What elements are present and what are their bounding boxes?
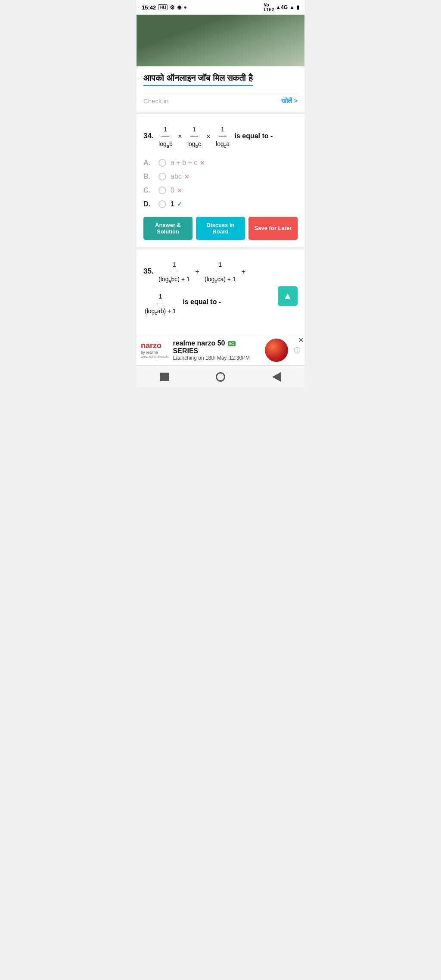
q35-fraction-2: 1 (logbca) + 1: [205, 257, 236, 286]
option-c-text: 0: [171, 187, 174, 194]
status-icon-globe: ⊕: [177, 4, 182, 11]
fraction-3: 1 logca: [216, 122, 230, 151]
ad-bottom-subtitle: Launching on 18th May, 12:30PM: [173, 355, 261, 361]
option-d-label: D.: [143, 200, 154, 208]
option-b-text: abc: [171, 173, 182, 180]
option-b-label: B.: [143, 173, 154, 180]
option-c-radio[interactable]: [158, 187, 166, 194]
ad-url: Check.in: [143, 97, 168, 105]
ad-info-icon[interactable]: i: [294, 347, 300, 353]
ad-bottom-logo-container: narzo by realme amazonspecials: [141, 341, 169, 359]
question-35-text: 35. 1 (logabc) + 1 + 1 (logbca) + 1 + 1 …: [143, 257, 298, 318]
fraction-2: 1 logbc: [187, 122, 201, 151]
option-d-correct-icon: ✓: [177, 201, 182, 208]
times-1: ×: [178, 133, 182, 140]
ad-amazon-label: amazonspecials: [141, 355, 169, 359]
option-c-row[interactable]: C. 0 ✕: [143, 187, 298, 194]
fraction-1: 1 logab: [158, 122, 173, 151]
option-d-row[interactable]: D. 1 ✓: [143, 200, 298, 208]
status-volte: VoLTE2: [264, 3, 274, 12]
status-signal1: ▲4G: [276, 4, 288, 10]
ad-bottom-title: realme narzo 50 5G SERIES: [173, 339, 261, 355]
ad-bottom-image: [265, 339, 288, 362]
option-a-radio[interactable]: [158, 159, 166, 167]
ad-bottom-brand: narzo: [141, 341, 161, 350]
hero-image: [137, 15, 304, 66]
question-34-number: 34.: [143, 132, 154, 140]
option-c-wrong-icon: ✕: [177, 187, 182, 194]
q34-math: 1 logab × 1 logbc × 1 logca: [157, 132, 233, 140]
status-right: VoLTE2 ▲4G ▲ ▮: [264, 3, 300, 12]
question-35-card: ▲ 35. 1 (logabc) + 1 + 1 (logbca) + 1 + …: [137, 249, 304, 335]
ad-footer: Check.in खोलें >: [143, 93, 298, 110]
nav-circle-icon: [216, 372, 225, 382]
scroll-top-button[interactable]: ▲: [278, 286, 298, 306]
chevron-up-icon: ▲: [283, 290, 292, 302]
status-left: 15:42 HU ⚙ ⊕ •: [142, 3, 186, 12]
question-34-options: A. a + b + c ✕ B. abc ✕ C. 0 ✕ D. 1 ✓: [143, 159, 298, 208]
nav-back-button[interactable]: [270, 370, 283, 384]
status-battery: ▮: [296, 4, 299, 10]
q35-is-equal: is equal to -: [183, 298, 221, 305]
option-b-wrong-icon: ✕: [184, 173, 189, 180]
ad-close-button[interactable]: ✕: [298, 336, 304, 344]
q35-plus-2: +: [241, 268, 245, 275]
q35-plus-1: +: [195, 268, 199, 275]
nav-bar: [137, 365, 304, 387]
status-signal2: ▲: [289, 4, 295, 10]
q35-math: 1 (logabc) + 1 + 1 (logbca) + 1 + 1 (log…: [143, 268, 248, 305]
question-35-number: 35.: [143, 267, 154, 275]
option-a-row[interactable]: A. a + b + c ✕: [143, 159, 298, 167]
hero-image-inner: [137, 15, 304, 66]
save-later-button[interactable]: Save for Later: [248, 217, 298, 240]
nav-triangle-icon: [272, 372, 281, 382]
ad-title: आपको ऑनलाइन जॉब मिल सकती है: [143, 73, 253, 86]
question-34-text: 34. 1 logab × 1 logbc × 1 logca is equal…: [143, 122, 298, 151]
nav-square-button[interactable]: [158, 370, 171, 384]
option-a-label: A.: [143, 159, 154, 167]
5g-badge: 5G: [228, 341, 236, 346]
question-34-buttons: Answer & Solution Discuss in Board Save …: [143, 217, 298, 240]
times-2: ×: [206, 133, 210, 140]
ad-bottom-brand-sub: by realme: [141, 350, 169, 355]
option-a-text: a + b + c: [171, 159, 197, 167]
option-b-radio[interactable]: [158, 173, 166, 180]
answer-solution-button[interactable]: Answer & Solution: [143, 217, 193, 240]
ad-banner-top: आपको ऑनलाइन जॉब मिल सकती है Check.in खोल…: [137, 66, 304, 112]
q34-is-equal: is equal to -: [234, 132, 273, 140]
ad-bottom-text: realme narzo 50 5G SERIES Launching on 1…: [173, 339, 261, 361]
option-b-row[interactable]: B. abc ✕: [143, 173, 298, 180]
option-c-label: C.: [143, 187, 154, 194]
ad-open-link[interactable]: खोलें >: [281, 97, 298, 105]
status-time: 15:42: [142, 4, 156, 11]
nav-square-icon: [160, 373, 169, 381]
discuss-board-button[interactable]: Discuss in Board: [196, 217, 245, 240]
q35-fraction-1: 1 (logabc) + 1: [158, 257, 190, 286]
option-d-radio[interactable]: [158, 200, 166, 208]
question-34-card: 34. 1 logab × 1 logbc × 1 logca is equal…: [137, 114, 304, 247]
status-bar: 15:42 HU ⚙ ⊕ • VoLTE2 ▲4G ▲ ▮: [137, 0, 304, 15]
nav-circle-button[interactable]: [214, 370, 227, 384]
status-icon-gear: ⚙: [170, 4, 175, 11]
ad-bottom-banner: narzo by realme amazonspecials realme na…: [137, 335, 304, 365]
status-icon-hd: HU: [158, 4, 168, 10]
status-dot: •: [184, 3, 186, 12]
q35-fraction-3: 1 (logcab) + 1: [145, 289, 176, 318]
option-d-text: 1: [171, 200, 174, 208]
option-a-wrong-icon: ✕: [200, 159, 205, 166]
